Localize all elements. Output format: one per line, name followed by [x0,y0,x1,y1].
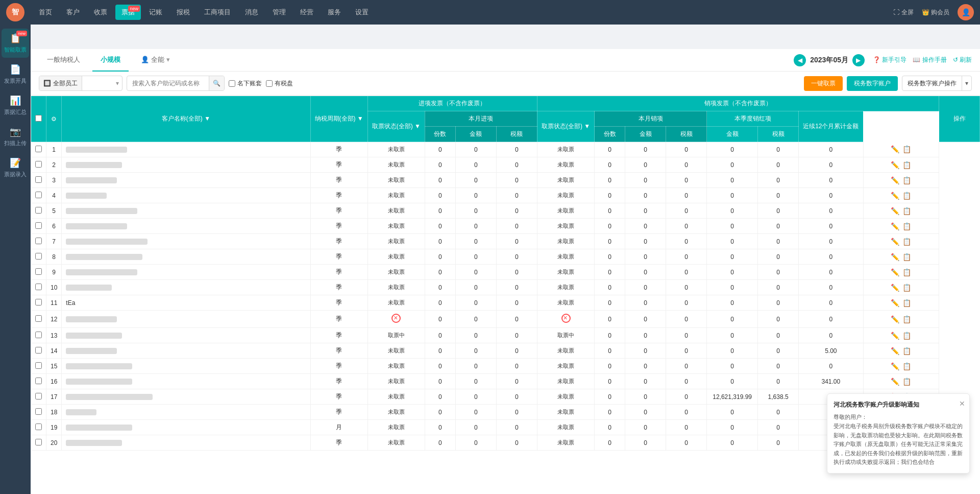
th-in-status[interactable]: 取票状态(全部) ▼ [368,111,425,142]
prev-month-btn[interactable]: ◀ [794,54,806,66]
employee-select[interactable]: 🔲 全部员工 ▾ [39,76,122,91]
copy-icon[interactable]: 📋 [902,161,911,169]
nav-baoshui[interactable]: 报税 [170,5,196,20]
edit-icon[interactable]: ✏️ [891,145,899,153]
sidebar-item-zhiqupiao[interactable]: 📋 智能取票 new [2,29,29,58]
row-checkbox[interactable] [35,192,42,198]
tax-account-ops-text[interactable]: 税务数字账户操作 [902,79,962,88]
row-checkbox[interactable] [35,439,42,445]
row-checkbox[interactable] [35,222,42,229]
copy-icon[interactable]: 📋 [902,222,911,230]
edit-icon[interactable]: ✏️ [891,362,899,370]
copy-icon[interactable]: 📋 [902,332,911,340]
row-checkbox[interactable] [35,332,42,338]
copy-icon[interactable]: 📋 [902,192,911,200]
select-all-checkbox[interactable] [35,115,42,122]
nav-jingying[interactable]: 经营 [294,5,320,20]
row-checkbox[interactable] [35,284,42,290]
popup-close-btn[interactable]: ✕ [959,398,965,409]
edit-icon[interactable]: ✏️ [891,192,899,200]
row-checkbox[interactable] [35,176,42,183]
nav-shezhi[interactable]: 设置 [349,5,375,20]
row-checkbox[interactable] [35,378,42,384]
edit-icon[interactable]: ✏️ [891,238,899,246]
copy-icon[interactable]: 📋 [902,176,911,184]
edit-icon[interactable]: ✏️ [891,176,899,184]
row-checkbox[interactable] [35,362,42,369]
nav-xiaoxi[interactable]: 消息 [239,5,264,20]
edit-icon[interactable]: ✏️ [891,347,899,355]
guide-btn[interactable]: ❓ 新手引导 [873,56,906,64]
copy-icon[interactable]: 📋 [902,238,911,246]
nav-client[interactable]: 客户 [60,5,86,20]
sidebar-item-luru[interactable]: 📝 票据录入 [2,153,29,182]
row-checkbox[interactable] [35,238,42,244]
row-checkbox[interactable] [35,253,42,260]
edit-icon[interactable]: ✏️ [891,332,899,340]
sidebar-item-fapiao[interactable]: 📄 发票开具 [2,60,29,89]
nav-home[interactable]: 首页 [33,5,58,20]
checkbox-taxpan[interactable]: 有税盘 [266,79,293,88]
nav-jizhang[interactable]: 记账 [143,5,168,20]
tab-xiaogui[interactable]: 小规模 [92,49,129,72]
edit-icon[interactable]: ✏️ [891,207,899,215]
row-checkbox[interactable] [35,146,42,152]
row-checkbox[interactable] [35,268,42,275]
nav-fuwu[interactable]: 服务 [322,5,347,20]
tax-account-btn[interactable]: 税务数字账户 [847,76,898,91]
user-avatar[interactable]: 👤 [958,4,974,20]
row-checkbox[interactable] [35,408,42,415]
copy-icon[interactable]: 📋 [902,284,911,292]
row-checkbox[interactable] [35,347,42,354]
manual-btn[interactable]: 📖 操作手册 [913,56,946,64]
copy-icon[interactable]: 📋 [902,268,911,276]
edit-icon[interactable]: ✏️ [891,268,899,276]
sidebar-item-saomiao[interactable]: 📷 扫描上传 [2,122,29,151]
fullscreen-btn[interactable]: ⛶ 全屏 [893,8,913,17]
copy-icon[interactable]: 📋 [902,207,911,215]
row-checkbox[interactable] [35,299,42,305]
search-input[interactable] [127,80,209,87]
tax-account-ops-arrow[interactable]: ▾ [962,76,971,90]
edit-icon[interactable]: ✏️ [891,299,899,307]
row-checkbox[interactable] [35,207,42,214]
row-checkbox[interactable] [35,393,42,399]
nav-guanli[interactable]: 管理 [266,5,292,20]
edit-icon[interactable]: ✏️ [891,378,899,386]
refresh-btn[interactable]: ↺ 刷新 [953,56,972,64]
row-checkbox[interactable] [35,424,42,430]
vip-btn[interactable]: 👑 购会员 [922,8,949,17]
copy-icon[interactable]: 📋 [902,145,911,153]
copy-icon[interactable]: 📋 [902,378,911,386]
tab-yiban[interactable]: 一般纳税人 [39,49,88,72]
th-settings[interactable]: ⚙ [46,96,62,142]
tax-account-ops-dropdown[interactable]: 税务数字账户操作 ▾ [902,76,972,91]
accounts-checkbox[interactable] [229,80,235,87]
sidebar-item-huizong[interactable]: 📊 票据汇总 [2,91,29,120]
employee-dropdown-arrow[interactable]: ▾ [113,80,122,87]
copy-icon[interactable]: 📋 [902,315,911,323]
checkbox-accounts[interactable]: 名下账套 [229,79,262,88]
next-month-btn[interactable]: ▶ [852,54,865,66]
nav-piaoju[interactable]: 票据 new [115,5,141,20]
edit-icon[interactable]: ✏️ [891,222,899,230]
row-checkbox[interactable] [35,315,42,322]
edit-icon[interactable]: ✏️ [891,253,899,261]
nav-gongshang[interactable]: 工商项目 [198,5,237,20]
copy-icon[interactable]: 📋 [902,362,911,370]
row-checkbox[interactable] [35,161,42,168]
th-period[interactable]: 纳税周期(全部) ▼ [310,96,368,142]
copy-icon[interactable]: 📋 [902,299,911,307]
nav-shoubiao[interactable]: 收票 [88,5,113,20]
th-out-status[interactable]: 取票状态(全部) ▼ [537,111,594,142]
tab-quanneng[interactable]: 👤 全能 ▾ [133,49,178,72]
edit-icon[interactable]: ✏️ [891,284,899,292]
copy-icon[interactable]: 📋 [902,253,911,261]
copy-icon[interactable]: 📋 [902,347,911,355]
th-client[interactable]: 客户名称(全部) ▼ [62,96,310,142]
search-button[interactable]: 🔍 [209,76,224,91]
taxpan-checkbox[interactable] [266,80,273,87]
edit-icon[interactable]: ✏️ [891,161,899,169]
edit-icon[interactable]: ✏️ [891,315,899,323]
one-click-btn[interactable]: 一键取票 [804,76,843,91]
